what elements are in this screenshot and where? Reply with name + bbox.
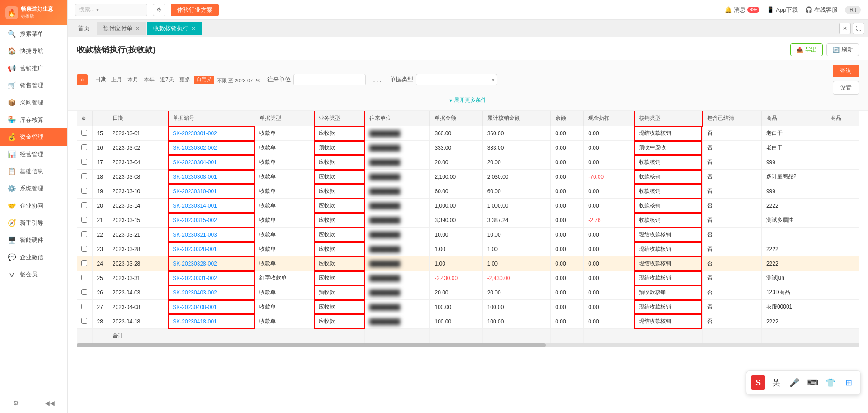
search-menu-icon: 🔍 bbox=[7, 30, 16, 38]
doc-no-link[interactable]: SK-20230308-001 bbox=[173, 174, 217, 180]
expand-conditions-btn[interactable]: ▾ 展开更多条件 bbox=[449, 96, 486, 104]
sidebar-item-purchase[interactable]: 📦采购管理 bbox=[0, 94, 67, 111]
date-this-month[interactable]: 本月 bbox=[126, 76, 140, 84]
notification-btn[interactable]: 🔔 消息 99+ bbox=[725, 6, 760, 14]
doc-no-link[interactable]: SK-20230328-001 bbox=[173, 246, 217, 252]
app-download-btn[interactable]: 📱 App下载 bbox=[767, 6, 798, 14]
doc-no-link[interactable]: SK-20230301-002 bbox=[173, 130, 217, 137]
counterpart-input[interactable] bbox=[293, 74, 366, 85]
row-verified-amount: 100.00 bbox=[482, 300, 551, 314]
maximize-tab-btn[interactable]: ⛶ bbox=[853, 23, 864, 34]
row-checkbox[interactable] bbox=[77, 213, 92, 228]
date-filter-label: 日期 bbox=[95, 76, 107, 84]
row-include-settled: 否 bbox=[702, 271, 761, 285]
row-index: 23 bbox=[92, 242, 108, 256]
refresh-btn[interactable]: 🔄 刷新 bbox=[826, 43, 859, 56]
row-checkbox[interactable] bbox=[77, 126, 92, 141]
row-checkbox[interactable] bbox=[77, 271, 92, 285]
table-row: 15 2023-03-01 SK-20230301-002 收款单 应收款 ██… bbox=[77, 126, 859, 141]
filter-toggle-btn[interactable]: » bbox=[77, 74, 88, 85]
online-service-btn[interactable]: 🎧 在线客服 bbox=[805, 6, 838, 14]
tab-receipt-verify[interactable]: 收款核销执行✕ bbox=[147, 22, 202, 35]
row-checkbox[interactable] bbox=[77, 242, 92, 256]
row-checkbox[interactable] bbox=[77, 155, 92, 170]
row-verified-amount: 333.00 bbox=[482, 141, 551, 155]
solution-btn[interactable]: 体验行业方案 bbox=[171, 4, 219, 16]
row-checkbox[interactable] bbox=[77, 228, 92, 242]
sidebar-item-corp-collab[interactable]: 🤝企业协同 bbox=[0, 197, 67, 214]
row-counterpart: ████████ bbox=[365, 155, 430, 170]
close-tab-btn[interactable]: ✕ bbox=[839, 23, 851, 34]
doc-no-link[interactable]: SK-20230328-002 bbox=[173, 261, 217, 267]
doc-no-link[interactable]: SK-20230302-002 bbox=[173, 145, 217, 151]
user-avatar[interactable]: Rit bbox=[845, 6, 861, 14]
brand-floating-icon[interactable]: S bbox=[751, 375, 765, 390]
tab-home[interactable]: 首页 bbox=[71, 22, 96, 35]
sidebar-item-quick-nav[interactable]: 🏠快捷导航 bbox=[0, 43, 67, 60]
horizontal-scrollbar[interactable] bbox=[77, 343, 546, 347]
date-7days[interactable]: 近7天 bbox=[158, 76, 176, 84]
sidebar-item-guide[interactable]: 🧭新手引导 bbox=[0, 214, 67, 232]
counterpart-blurred: ████████ bbox=[369, 217, 400, 223]
notification-badge: 99+ bbox=[747, 7, 760, 13]
query-btn[interactable]: 查询 bbox=[833, 65, 859, 77]
row-checkbox[interactable] bbox=[77, 314, 92, 329]
col-settings[interactable]: ⚙ bbox=[77, 111, 92, 126]
tab-close-receipt-verify[interactable]: ✕ bbox=[191, 25, 196, 32]
row-biz-type: 应收款 bbox=[314, 199, 365, 213]
text-input-icon[interactable]: 英 bbox=[769, 375, 783, 390]
sidebar-item-wechat[interactable]: 💬企业微信 bbox=[0, 249, 67, 266]
date-more[interactable]: 更多 bbox=[178, 76, 192, 84]
keyboard-icon[interactable]: ⌨ bbox=[805, 375, 820, 390]
doc-no-link[interactable]: SK-20230304-001 bbox=[173, 159, 217, 166]
tab-prepay-list[interactable]: 预付应付单✕ bbox=[97, 22, 146, 35]
sidebar-item-basic-info[interactable]: 📋基础信息 bbox=[0, 163, 67, 180]
doc-no-link[interactable]: SK-20230403-002 bbox=[173, 290, 217, 296]
table-row: 26 2023-04-03 SK-20230403-002 收款单 预收款 ██… bbox=[77, 285, 859, 300]
doc-no-link[interactable]: SK-20230418-001 bbox=[173, 318, 217, 325]
doc-no-link[interactable]: SK-20230331-002 bbox=[173, 275, 217, 281]
row-counterpart: ████████ bbox=[365, 199, 430, 213]
date-this-year[interactable]: 本年 bbox=[142, 76, 156, 84]
receipt-type-select[interactable]: 收款单 红字收款单 bbox=[416, 74, 497, 85]
topbar-gear-btn[interactable]: ⚙ bbox=[153, 4, 165, 16]
row-checkbox[interactable] bbox=[77, 199, 92, 213]
row-checkbox[interactable] bbox=[77, 141, 92, 155]
doc-no-link[interactable]: SK-20230310-001 bbox=[173, 188, 217, 195]
doc-no-link[interactable]: SK-20230321-003 bbox=[173, 232, 217, 238]
row-checkbox[interactable] bbox=[77, 300, 92, 314]
row-checkbox[interactable] bbox=[77, 184, 92, 199]
more-filters-dots[interactable]: ... bbox=[373, 75, 382, 85]
row-amount: 1.00 bbox=[430, 256, 482, 271]
expand-more-row: ▾ 展开更多条件 bbox=[77, 95, 859, 106]
sidebar-item-inventory[interactable]: 🏪库存核算 bbox=[0, 111, 67, 128]
row-checkbox[interactable] bbox=[77, 256, 92, 271]
sidebar-item-search-menu[interactable]: 🔍搜索菜单 bbox=[0, 25, 67, 43]
row-checkbox[interactable] bbox=[77, 285, 92, 300]
date-prev-month[interactable]: 上月 bbox=[109, 76, 124, 84]
sidebar-item-hardware[interactable]: 🖥️智能硬件 bbox=[0, 232, 67, 249]
row-amount: 20.00 bbox=[430, 155, 482, 170]
sidebar-item-operations[interactable]: 📊经营管理 bbox=[0, 146, 67, 163]
sidebar-item-system[interactable]: ⚙️系统管理 bbox=[0, 180, 67, 197]
doc-no-link[interactable]: SK-20230314-001 bbox=[173, 203, 217, 209]
sidebar-collapse-btn[interactable]: ◀◀ bbox=[40, 397, 59, 409]
mic-icon[interactable]: 🎤 bbox=[787, 375, 802, 390]
grid-icon[interactable]: ⊞ bbox=[841, 375, 856, 390]
doc-no-link[interactable]: SK-20230408-001 bbox=[173, 304, 217, 310]
sidebar-item-marketing[interactable]: 📢营销推广 bbox=[0, 60, 67, 77]
counterpart-blurred: ████████ bbox=[369, 145, 400, 151]
row-date: 2023-03-28 bbox=[108, 256, 168, 271]
shirt-icon[interactable]: 👕 bbox=[823, 375, 838, 390]
sidebar-item-finance[interactable]: 💰资金管理 bbox=[0, 128, 67, 146]
filter-setting-btn[interactable]: 设置 bbox=[833, 81, 859, 95]
doc-no-link[interactable]: SK-20230315-002 bbox=[173, 217, 217, 223]
topbar-search[interactable]: 搜索... ▾ bbox=[75, 4, 147, 16]
sidebar-settings-btn[interactable]: ⚙ bbox=[9, 397, 24, 409]
tab-close-prepay-list[interactable]: ✕ bbox=[135, 25, 140, 32]
sidebar-item-sales[interactable]: 🛒销售管理 bbox=[0, 77, 67, 94]
date-custom-btn[interactable]: 自定义 bbox=[194, 76, 214, 84]
sidebar-item-vip[interactable]: V畅会员 bbox=[0, 266, 67, 283]
export-btn[interactable]: 📤 导出 bbox=[790, 43, 823, 56]
row-checkbox[interactable] bbox=[77, 170, 92, 184]
